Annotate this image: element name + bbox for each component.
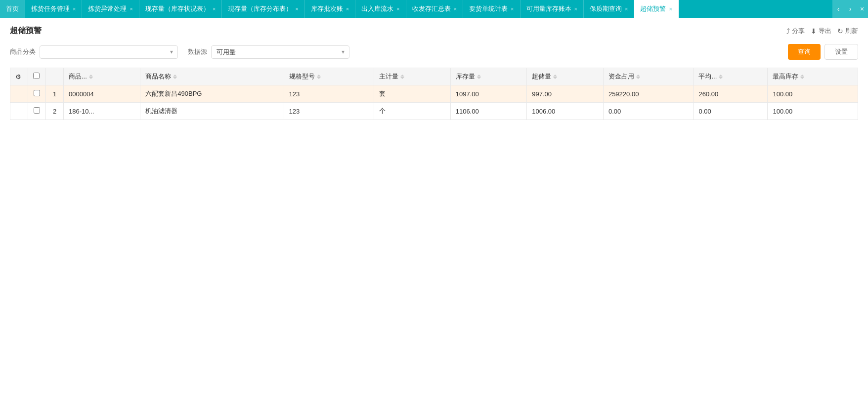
export-icon: ⬇ [811, 27, 817, 35]
category-label: 商品分类 [10, 47, 36, 56]
category-filter-group: 商品分类 [10, 45, 178, 59]
th-max-stock: 最高库存 [768, 68, 858, 85]
sort-icon [719, 75, 723, 79]
sort-icon [317, 75, 321, 79]
nav-arrows: ‹ › × [832, 0, 868, 18]
row-checkbox[interactable] [34, 107, 40, 114]
sort-icon [553, 75, 557, 79]
sort-icon [477, 75, 481, 79]
header-row: ⚙ 商品... 商品名称 [10, 68, 858, 85]
category-select-wrapper [40, 45, 178, 59]
datasource-select[interactable]: 可用量 库存量 [211, 45, 349, 59]
sort-icon [400, 75, 404, 79]
nav-close-button[interactable]: × [856, 0, 868, 18]
row-product-name: 机油滤清器 [140, 103, 284, 120]
row-gear [10, 103, 28, 120]
filter-row: 商品分类 数据源 可用量 库存量 查询 设置 [10, 44, 858, 60]
th-product-code: 商品... [64, 68, 140, 85]
row-spec: 123 [284, 103, 374, 120]
table-body: 1 0000004 六配套新昌490BPG 123 套 1097.00 997.… [10, 85, 858, 120]
nav-item-overstock[interactable]: 超储预警 × [634, 0, 678, 18]
row-unit: 套 [374, 85, 451, 103]
row-max-stock: 100.00 [768, 85, 858, 103]
nav-item-batch-account[interactable]: 库存批次账 × [305, 0, 355, 18]
category-select[interactable] [40, 45, 178, 59]
close-icon[interactable]: × [346, 6, 349, 12]
row-product-code: 186-10... [64, 103, 140, 120]
close-icon[interactable]: × [454, 6, 457, 12]
close-icon[interactable]: × [130, 6, 132, 12]
row-overstock: 997.00 [527, 85, 604, 103]
settings-button[interactable]: 设置 [825, 44, 858, 60]
nav-bar: 首页 拣货任务管理 × 拣货异常处理 × 现存量（库存状况表） × 现存量（库存… [0, 0, 868, 18]
row-inventory: 1106.00 [450, 103, 527, 120]
page-header: 超储预警 ⤴ 分享 ⬇ 导出 ↻ 刷新 [10, 26, 858, 36]
th-gear: ⚙ [10, 68, 28, 85]
share-button[interactable]: ⤴ 分享 [786, 27, 805, 36]
nav-item-expiry[interactable]: 保质期查询 × [584, 0, 634, 18]
datasource-select-wrapper: 可用量 库存量 [211, 45, 349, 59]
sort-icon [89, 75, 93, 79]
close-icon[interactable]: × [396, 6, 399, 12]
page-title: 超储预警 [10, 26, 42, 36]
row-gear [10, 85, 28, 103]
row-checkbox[interactable] [34, 90, 40, 96]
nav-item-inventory-dist[interactable]: 现存量（库存分布表） × [222, 0, 304, 18]
refresh-icon: ↻ [837, 27, 843, 35]
close-icon[interactable]: × [669, 6, 672, 12]
sort-icon [173, 75, 177, 79]
sort-icon [636, 75, 640, 79]
nav-item-pick-task[interactable]: 拣货任务管理 × [25, 0, 82, 18]
row-num: 2 [46, 103, 64, 120]
row-capital: 259220.00 [603, 85, 694, 103]
th-product-name: 商品名称 [140, 68, 284, 85]
row-num: 1 [46, 85, 64, 103]
th-capital: 资金占用 [603, 68, 694, 85]
page-actions: ⤴ 分享 ⬇ 导出 ↻ 刷新 [786, 27, 858, 36]
row-max-stock: 100.00 [768, 103, 858, 120]
row-overstock: 1006.00 [527, 103, 604, 120]
row-capital: 0.00 [603, 103, 694, 120]
nav-item-home[interactable]: 首页 [0, 0, 25, 18]
row-avg: 260.00 [694, 85, 768, 103]
row-inventory: 1097.00 [450, 85, 527, 103]
th-avg: 平均... [694, 68, 768, 85]
th-spec: 规格型号 [284, 68, 374, 85]
th-inventory: 库存量 [450, 68, 527, 85]
query-button[interactable]: 查询 [788, 44, 821, 60]
share-icon: ⤴ [786, 27, 790, 35]
sort-icon [800, 75, 804, 79]
nav-prev-button[interactable]: ‹ [832, 0, 844, 18]
row-check [28, 85, 46, 103]
nav-item-pick-exception[interactable]: 拣货异常处理 × [82, 0, 139, 18]
close-icon[interactable]: × [73, 6, 76, 12]
filter-actions: 查询 设置 [788, 44, 858, 60]
select-all-checkbox[interactable] [33, 73, 40, 79]
datasource-filter-group: 数据源 可用量 库存量 [188, 45, 349, 59]
gear-icon[interactable]: ⚙ [15, 73, 21, 80]
row-avg: 0.00 [694, 103, 768, 120]
datasource-label: 数据源 [188, 47, 207, 56]
nav-item-summary[interactable]: 收发存汇总表 × [406, 0, 463, 18]
nav-item-order-stats[interactable]: 要货单统计表 × [463, 0, 520, 18]
row-spec: 123 [284, 85, 374, 103]
nav-item-inventory-status[interactable]: 现存量（库存状况表） × [139, 0, 222, 18]
close-icon[interactable]: × [511, 6, 514, 12]
row-product-code: 0000004 [64, 85, 140, 103]
close-icon[interactable]: × [213, 6, 216, 12]
close-icon[interactable]: × [295, 6, 298, 12]
th-check [28, 68, 46, 85]
data-table: ⚙ 商品... 商品名称 [10, 68, 858, 120]
refresh-button[interactable]: ↻ 刷新 [837, 27, 858, 36]
nav-item-flow[interactable]: 出入库流水 × [355, 0, 406, 18]
nav-item-available-account[interactable]: 可用量库存账本 × [521, 0, 584, 18]
row-product-name: 六配套新昌490BPG [140, 85, 284, 103]
row-check [28, 103, 46, 120]
nav-next-button[interactable]: › [844, 0, 856, 18]
close-icon[interactable]: × [625, 6, 628, 12]
th-num [46, 68, 64, 85]
export-button[interactable]: ⬇ 导出 [811, 27, 831, 36]
row-unit: 个 [374, 103, 451, 120]
close-icon[interactable]: × [574, 6, 577, 12]
th-overstock: 超储量 [527, 68, 604, 85]
